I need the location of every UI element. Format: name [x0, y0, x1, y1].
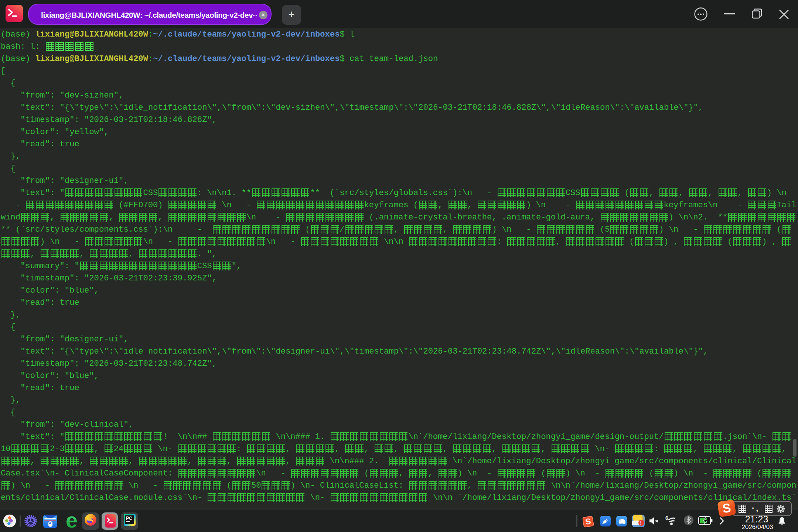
svg-text:6: 6 [665, 516, 668, 521]
